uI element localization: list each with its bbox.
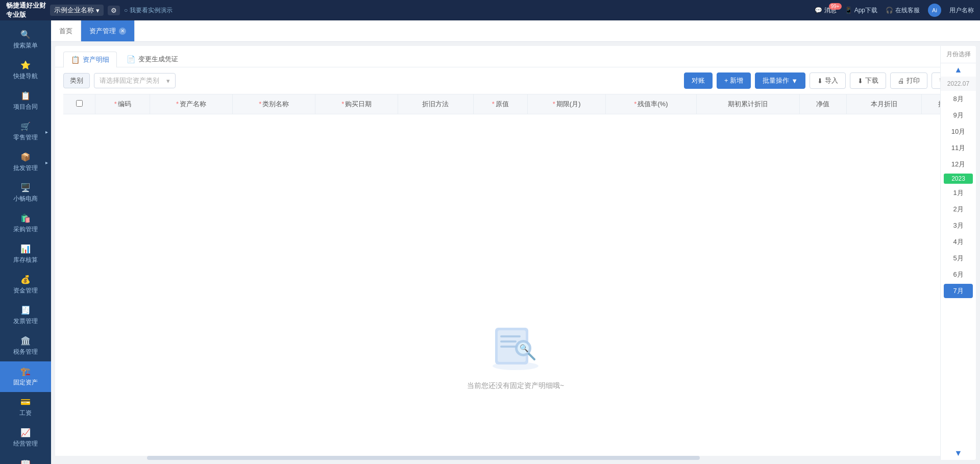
asset-table: *编码*资产名称*类别名称*购买日期折旧方法*原值*期限(月)*残值率(%)期初…	[63, 94, 968, 114]
project-contract-icon: 📋	[20, 91, 31, 101]
month-prev-btn[interactable]: ▲	[952, 63, 965, 77]
sidebar-item-tax-mgmt[interactable]: 🏛️ 税务管理	[0, 331, 51, 361]
quick-nav-label: 快捷导航	[13, 72, 38, 81]
sidebar-item-search-menu[interactable]: 🔍 搜索菜单	[0, 25, 51, 55]
required-marker: *	[259, 100, 261, 108]
sidebar-item-project-contract[interactable]: 📋 项目合同	[0, 86, 51, 116]
page-content: 📋 资产明细 📄 变更生成凭证 类别 请选择固定资产类别	[55, 46, 976, 460]
th-checkbox	[63, 94, 95, 114]
app-brand: 畅捷通好业财 专业版	[6, 1, 46, 19]
online-service-btn[interactable]: 🎧 在线客服	[886, 6, 920, 15]
batch-btn[interactable]: 批量操作 ▼	[755, 72, 805, 89]
table-header-row: *编码*资产名称*类别名称*购买日期折旧方法*原值*期限(月)*残值率(%)期初…	[63, 94, 968, 114]
wholesale-mgmt-icon: 📦	[20, 152, 31, 162]
sidebar-item-general-ledger[interactable]: 📖 总账管理	[0, 453, 51, 464]
print-icon: 🖨	[898, 77, 904, 85]
import-icon: ⬇	[817, 77, 823, 85]
add-btn[interactable]: + 新增	[717, 72, 751, 89]
month-item-2022-10月[interactable]: 10月	[941, 124, 976, 140]
toolbar-right: 对账 + 新增 批量操作 ▼ ⬇ 导入 ⬇ 下载	[684, 72, 968, 89]
retail-mgmt-label: 零售管理	[13, 133, 38, 142]
month-item-2022-12月[interactable]: 12月	[941, 156, 976, 173]
sidebar-item-fixed-assets[interactable]: 🏗️ 固定资产	[0, 361, 51, 392]
sidebar-item-business-mgmt[interactable]: 📈 经营管理	[0, 423, 51, 453]
year-2023-badge: 2023	[944, 174, 973, 184]
month-picker: 月份选择 ▲ 2022.07 8月9月10月11月12月 2023 1月2月3月…	[940, 46, 976, 460]
import-btn[interactable]: ⬇ 导入	[810, 72, 846, 89]
fixed-assets-label: 固定资产	[13, 378, 38, 387]
tab-home[interactable]: 首页	[51, 20, 81, 41]
subtab-asset-detail-label: 资产明细	[83, 55, 109, 64]
purchase-mgmt-icon: 🛍️	[20, 213, 31, 223]
tab-asset-mgmt[interactable]: 资产管理 ✕	[81, 20, 135, 41]
th-residual_rate: *残值率(%)	[606, 94, 697, 114]
user-avatar[interactable]: Ai	[928, 4, 941, 17]
fund-mgmt-label: 资金管理	[13, 286, 38, 295]
month-item-2023-3月[interactable]: 3月	[941, 217, 976, 234]
fund-mgmt-icon: 💰	[20, 275, 31, 284]
main-layout: 🔍 搜索菜单 ⭐ 快捷导航 📋 项目合同 🛒 零售管理 ▸ 📦 批发管理 ▸ 🖥…	[0, 20, 980, 464]
message-btn[interactable]: 💬 消息 99+	[815, 6, 837, 15]
month-item-2023-6月[interactable]: 6月	[941, 266, 976, 283]
required-marker: *	[341, 100, 344, 108]
message-icon: 💬	[815, 7, 822, 14]
download-btn[interactable]: ⬇ 下载	[850, 72, 886, 89]
user-name: 用户名称	[949, 6, 974, 15]
month-item-2022-11月[interactable]: 11月	[941, 140, 976, 156]
sidebar-item-retail-mgmt[interactable]: 🛒 零售管理 ▸	[0, 116, 51, 147]
company-selector[interactable]: 示例企业名称 ▾	[50, 5, 104, 16]
subtab-asset-detail[interactable]: 📋 资产明细	[63, 52, 117, 67]
sidebar-item-wholesale-mgmt[interactable]: 📦 批发管理 ▸	[0, 147, 51, 178]
tab-close-btn[interactable]: ✕	[119, 28, 126, 35]
business-mgmt-icon: 📈	[20, 428, 31, 437]
inventory-label: 库存核算	[13, 256, 38, 264]
empty-text: 当前您还没有固定资产明细哦~	[467, 381, 564, 390]
month-picker-header: 月份选择	[941, 46, 976, 63]
toolbar-left: 类别 请选择固定资产类别 ▾	[63, 73, 176, 88]
required-marker: *	[634, 100, 636, 108]
fixed-assets-icon: 🏗️	[20, 367, 31, 376]
th-name: *资产名称	[150, 94, 233, 114]
search-menu-icon: 🔍	[20, 30, 31, 39]
print-btn[interactable]: 🖨 打印	[890, 72, 927, 89]
reconcile-btn[interactable]: 对账	[684, 72, 713, 89]
month-item-2023-5月[interactable]: 5月	[941, 250, 976, 266]
category-select[interactable]: 请选择固定资产类别 ▾	[94, 73, 176, 88]
sidebar-item-invoice-mgmt[interactable]: 🧾 发票管理	[0, 300, 51, 331]
bottom-scroll[interactable]	[55, 456, 976, 460]
sidebar-item-inventory[interactable]: 📊 库存核算	[0, 239, 51, 270]
expand-arrow-icon: ▸	[45, 129, 48, 135]
gear-icon: ⚙	[111, 7, 117, 14]
sidebar-item-ecommerce[interactable]: 🖥️ 小畅电商	[0, 178, 51, 208]
subtab-change-voucher[interactable]: 📄 变更生成凭证	[119, 51, 186, 67]
ecommerce-icon: 🖥️	[20, 183, 31, 192]
empty-illustration: 🔍	[485, 320, 546, 371]
required-marker: *	[114, 100, 117, 108]
category-label-btn[interactable]: 类别	[63, 73, 90, 88]
th-code: *编码	[95, 94, 150, 114]
sidebar-item-fund-mgmt[interactable]: 💰 资金管理	[0, 270, 51, 300]
toolbar: 类别 请选择固定资产类别 ▾ 对账 + 新增	[55, 67, 976, 94]
month-item-2023-4月[interactable]: 4月	[941, 234, 976, 250]
content-area: 首页 资产管理 ✕ 📋 资产明细 📄 变更生成凭证	[51, 20, 980, 464]
sidebar-item-salary[interactable]: 💳 工资	[0, 392, 51, 423]
top-bar-right: 💬 消息 99+ 📱 App下载 🎧 在线客服 Ai 用户名称	[815, 4, 974, 17]
general-ledger-icon: 📖	[20, 458, 31, 464]
month-item-2023-1月[interactable]: 1月	[941, 185, 976, 201]
months-2023: 1月2月3月4月5月6月7月	[941, 185, 976, 298]
svg-rect-3	[500, 335, 521, 337]
month-next-btn[interactable]: ▼	[952, 447, 965, 460]
expand-arrow-icon: ▸	[45, 160, 48, 165]
settings-btn[interactable]: ⚙	[108, 6, 120, 15]
month-item-2022-9月[interactable]: 9月	[941, 107, 976, 124]
demo-btn[interactable]: ○ 我要看实例演示	[124, 6, 173, 15]
month-item-2022-8月[interactable]: 8月	[941, 91, 976, 107]
month-item-2023-2月[interactable]: 2月	[941, 201, 976, 217]
select-all-checkbox[interactable]	[76, 100, 83, 107]
app-download-btn[interactable]: 📱 App下载	[845, 6, 877, 15]
sidebar-item-quick-nav[interactable]: ⭐ 快捷导航	[0, 55, 51, 86]
sidebar-item-purchase-mgmt[interactable]: 🛍️ 采购管理	[0, 208, 51, 239]
search-menu-label: 搜索菜单	[13, 41, 38, 50]
month-item-2023-7月[interactable]: 7月	[944, 284, 973, 298]
subtab-change-voucher-label: 变更生成凭证	[138, 55, 178, 64]
